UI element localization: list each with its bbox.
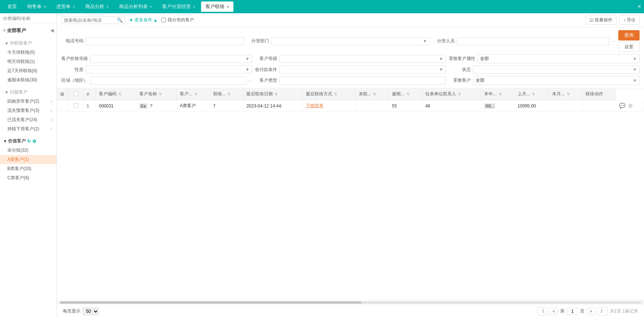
field-status: 状态 ▼ [449,66,640,74]
tab-label: 商品分析 [85,3,104,10]
th-last-contact-date[interactable]: 最后联络日期 ⇅ [243,88,303,100]
sidebar-declining[interactable]: 持续下滑客户(2) ℹ [0,124,57,134]
status-select[interactable]: ▼ [473,66,640,74]
nav-tab-sales[interactable]: 销售单 × [23,1,50,12]
nature-label: 性质 [61,67,83,73]
select-all-checkbox[interactable] [74,91,78,96]
query-button[interactable]: 查询 [618,30,640,40]
nav-tab-customer-tier[interactable]: 客户分层经营 × [158,1,200,12]
nav-tab-analysis-list[interactable]: 商品分析列表 × [115,1,157,12]
customer-type-input[interactable] [279,77,446,85]
price-level-label: 客户价格等级 [61,56,88,62]
all-customers-header[interactable]: ⠿ 全部客户 ◀ [0,25,57,36]
manager-more-icon[interactable]: ··· [612,39,615,44]
nav-tab-customer-contact[interactable]: 客户联络 × [201,1,233,12]
dept-label: 分管部门 [247,38,269,44]
region-input[interactable] [90,77,246,85]
nav-home[interactable]: 首页 [3,1,21,12]
td-last-contact-date: 2023-04-12 14:44: [243,100,303,112]
sort-icon: ⇅ [228,92,230,96]
tab-label: 商品分析列表 [119,3,148,10]
message-action-icon[interactable]: 💬 [619,103,625,109]
payment-select[interactable]: ▼ [279,66,446,74]
collapse-icon[interactable]: ◀ [50,28,54,33]
dept-select[interactable]: ▼ [271,37,430,45]
sidebar-b-class[interactable]: B类客户(33) [0,164,57,173]
page-number-input[interactable] [567,308,578,315]
retail-attr-select[interactable]: 全部 ▼ [477,54,640,63]
filter-more-label: 更多条件 [135,17,152,23]
row-checkbox[interactable] [74,103,78,108]
th-unit-contact[interactable]: 往来单位联系人 ⇅ [422,88,481,100]
sidebar-search-input[interactable] [3,16,57,21]
export-button[interactable]: ↑ 导出 [619,15,640,25]
phone-input[interactable] [86,37,244,45]
th-last-contact-method[interactable]: 最后联络方式 ⇅ [303,88,355,100]
scrollbar-thumb[interactable] [60,301,361,304]
sidebar-tomorrow-pending[interactable]: 明天待联络(1) [0,57,57,66]
next-page-button[interactable]: > [587,308,595,315]
my-customers-checkbox[interactable] [161,18,166,22]
sidebar-repurchase-anomaly[interactable]: 回购异常客户(2) ℹ [0,97,57,106]
th-this-month[interactable]: 本月... ⇅ [549,88,582,100]
settings-icon[interactable]: ⚙ [32,139,36,144]
th-uncontacted[interactable]: 未联... ⇅ [355,88,389,100]
nav-tab-analysis[interactable]: 商品分析 × [81,1,113,12]
sidebar-today-pending[interactable]: 今天待联络(0) [0,48,57,57]
sidebar-churn-warning[interactable]: 流失预警客户(3) ℹ [0,106,57,115]
td-gear [57,100,68,112]
th-contact-count[interactable]: 联络... ⇅ [210,88,243,100]
filter-more-button[interactable]: ▼ 更多条件 ▲ [129,17,158,23]
th-overdue[interactable]: 逾期... ⇅ [389,88,422,100]
filter-actions: ☑ 批量操作 ↑ 导出 [586,15,640,25]
th-code[interactable]: 客户编码 ⇅ [96,88,136,100]
per-page-select[interactable]: 50 [83,307,99,315]
filter-search-input[interactable] [64,18,115,23]
filter-row-4: 区域（地区） ··· 客户类型 零散客户 全部 ▼ [61,76,640,85]
nature-select[interactable]: ▼ [86,66,252,74]
contact-method-link[interactable]: 下销货单 [306,103,323,108]
sidebar-7day-pending[interactable]: 近7天待联络(0) [0,66,57,75]
manager-input[interactable] [457,37,609,45]
td-contact-count: 7 [210,100,243,112]
refresh-icon[interactable]: ↻ [27,139,31,144]
export-icon: ↑ [623,18,626,23]
sidebar-overdue-contact[interactable]: 逾期未联络(30) [0,75,57,85]
sidebar-a-class[interactable]: A类客户(1) [0,155,57,164]
field-region: 区域（地区） ··· [61,77,252,85]
field-customer-level: 客户等级 ▼ [255,55,446,63]
close-tab-customer-contact[interactable]: × [227,5,229,9]
close-tab-sales[interactable]: × [44,5,46,9]
sidebar-ungrouped[interactable]: 未分组(32) [0,146,57,155]
th-no: # [83,88,96,100]
sort-icon: ⇅ [334,92,337,96]
sidebar-churned[interactable]: 已流失客户(24) ℹ [0,115,57,124]
nav-tab-purchase[interactable]: 进货单 × [52,1,79,12]
prev-page-button[interactable]: < [550,308,558,315]
gear-icon[interactable]: ⚙ [60,91,65,97]
batch-ops-button[interactable]: ☑ 批量操作 [586,15,616,25]
first-page-button[interactable]: 《 [537,307,547,315]
customer-level-select[interactable]: ▼ [279,55,446,63]
th-last-month[interactable]: 上月... ⇅ [514,88,549,100]
close-tab-purchase[interactable]: × [73,5,75,9]
th-this-year[interactable]: 本年... ⇅ [481,88,514,100]
horizontal-scrollbar[interactable] [57,300,644,304]
filter-row-2: 客户价格等级 ▼ 客户等级 ▼ 零散客户属性 全部 [61,54,640,63]
th-type[interactable]: 客户... ⇅ [177,88,210,100]
last-page-button[interactable]: 》 [597,307,608,315]
settings-button[interactable]: 设置 [618,42,640,52]
field-manager: 分管人员 ··· [433,37,615,45]
qr-action-icon[interactable]: ⊞ [628,103,633,109]
region-more-icon[interactable]: ··· [248,78,252,83]
close-tab-analysis[interactable]: × [107,5,109,9]
close-tab-customer-tier[interactable]: × [193,5,195,9]
price-level-select[interactable]: ▼ [90,55,252,63]
close-tab-analysis-list[interactable]: × [150,5,152,9]
retail-customer-select[interactable]: 全部 ▼ [473,76,640,85]
info-icon: ℹ [51,127,52,131]
filter-search-icon[interactable]: 🔍 [117,17,123,23]
sidebar-c-class[interactable]: C类客户(6) [0,173,57,183]
close-all-button[interactable]: × [638,3,641,10]
th-name[interactable]: 客户名称 ⇅ [136,88,177,100]
